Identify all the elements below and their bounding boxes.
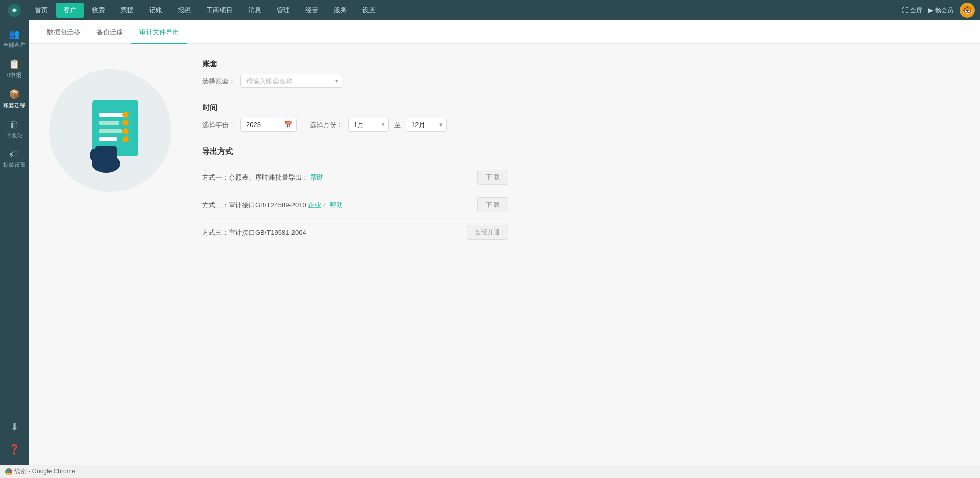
year-input-wrapper: 📅 xyxy=(240,118,297,132)
sidebar: 👥 全部客户 📋 0申报 📦 账套迁移 🗑 回收站 🏷 标签设置 ⬇ ❓ xyxy=(0,20,29,465)
nav-operation[interactable]: 经营 xyxy=(298,3,326,18)
vip-button[interactable]: ▶ 畅会员 xyxy=(928,6,953,15)
account-section: 账套 选择账套： 请输入账套名称 ▾ xyxy=(202,59,508,91)
account-section-title: 账套 xyxy=(202,59,508,69)
svg-point-9 xyxy=(122,128,129,134)
method-1-label: 方式一：余额表、序时账批量导出： 帮助 xyxy=(202,173,324,182)
top-nav-right: ⛶ 全屏 ▶ 畅会员 🐯 xyxy=(902,3,975,18)
account-migrate-icon: 📦 xyxy=(9,89,20,100)
method-row-2: 方式二：审计接口GB/T24589-2010 企业： 帮助 下 载 xyxy=(202,191,508,219)
tab-audit-export[interactable]: 审计文件导出 xyxy=(131,22,187,44)
sidebar-item-zero-declare[interactable]: 📋 0申报 xyxy=(1,55,28,83)
tab-data-package[interactable]: 数据包迁移 xyxy=(39,22,88,44)
method-1-download-button[interactable]: 下 载 xyxy=(477,170,508,185)
account-select[interactable]: 请输入账套名称 xyxy=(240,74,342,88)
method-row-1: 方式一：余额表、序时账批量导出： 帮助 下 载 xyxy=(202,164,508,191)
month-end-select[interactable]: 1月 2月 3月 4月 5月 6月 7月 8月 9月 10月 xyxy=(406,118,447,132)
sidebar-download-icon[interactable]: ⬇ xyxy=(5,418,23,436)
to-label: 至 xyxy=(394,120,401,130)
sidebar-bottom: ⬇ ❓ xyxy=(5,418,23,465)
logo xyxy=(5,1,23,19)
export-method-section: 导出方式 方式一：余额表、序时账批量导出： 帮助 下 载 方式二：审计接口GB/… xyxy=(202,147,508,246)
account-select-wrapper: 请输入账套名称 ▾ xyxy=(240,74,342,88)
sidebar-help-icon[interactable]: ❓ xyxy=(5,440,23,459)
sidebar-item-recycle[interactable]: 🗑 回收站 xyxy=(1,115,28,143)
content-area: 数据包迁移 备份迁移 审计文件导出 xyxy=(29,20,980,465)
nav-manage[interactable]: 管理 xyxy=(270,3,297,18)
time-section: 时间 选择年份： 📅 选择月份： 1月 2月 xyxy=(202,103,508,135)
export-layout: 账套 选择账套： 请输入账套名称 ▾ 时间 选择年 xyxy=(49,59,508,246)
method-3-label: 方式三：审计接口GB/T19581-2004 xyxy=(202,228,306,237)
nav-customer[interactable]: 客户 xyxy=(56,3,84,18)
nav-message[interactable]: 消息 xyxy=(241,3,268,18)
account-select-label: 选择账套： xyxy=(202,77,235,86)
statusbar-text: 线索 - Google Chrome xyxy=(14,467,75,476)
method-3-opening-button[interactable]: 暂缓开通 xyxy=(467,225,508,240)
sidebar-item-tag-settings[interactable]: 🏷 标签设置 xyxy=(1,145,28,172)
zero-declare-icon: 📋 xyxy=(9,59,20,70)
svg-point-8 xyxy=(122,120,129,126)
export-section-title: 导出方式 xyxy=(202,147,508,157)
method-2-download-button[interactable]: 下 载 xyxy=(477,197,508,212)
top-nav: 首页 客户 收费 票据 记账 报税 工商项目 消息 管理 经营 服务 设置 ⛶ … xyxy=(0,0,980,20)
form-panel: 账套 选择账套： 请输入账套名称 ▾ 时间 选择年 xyxy=(202,59,508,246)
svg-point-10 xyxy=(122,136,129,142)
svg-point-13 xyxy=(90,149,98,161)
method-2-help-link[interactable]: 帮助 xyxy=(330,201,343,209)
year-label: 选择年份： xyxy=(202,120,235,130)
chrome-status: 线索 - Google Chrome xyxy=(5,467,75,476)
chrome-icon xyxy=(5,468,12,475)
sidebar-label-account-migrate: 账套迁移 xyxy=(3,102,26,109)
main-container: 👥 全部客户 📋 0申报 📦 账套迁移 🗑 回收站 🏷 标签设置 ⬇ ❓ 数据包… xyxy=(0,20,980,465)
nav-business[interactable]: 工商项目 xyxy=(199,3,240,18)
method-2-company-link[interactable]: 企业： xyxy=(308,201,328,209)
svg-point-1 xyxy=(13,9,16,12)
avatar[interactable]: 🐯 xyxy=(960,3,975,18)
tabs-bar: 数据包迁移 备份迁移 审计文件导出 xyxy=(29,20,980,44)
svg-point-7 xyxy=(122,112,129,118)
nav-fee[interactable]: 收费 xyxy=(85,3,112,18)
nav-settings[interactable]: 设置 xyxy=(355,3,383,18)
svg-rect-4 xyxy=(99,121,119,125)
method-row-3: 方式三：审计接口GB/T19581-2004 暂缓开通 xyxy=(202,219,508,246)
month-end-wrapper: 1月 2月 3月 4月 5月 6月 7月 8月 9月 10月 xyxy=(406,118,447,132)
tag-settings-icon: 🏷 xyxy=(10,149,19,160)
nav-service[interactable]: 服务 xyxy=(327,3,354,18)
nav-bookkeeping[interactable]: 记账 xyxy=(142,3,169,18)
vip-icon: ▶ xyxy=(928,7,933,14)
fullscreen-button[interactable]: ⛶ 全屏 xyxy=(902,6,922,15)
sidebar-label-all-customers: 全部客户 xyxy=(3,42,26,48)
month-start-select[interactable]: 1月 2月 3月 4月 5月 6月 7月 8月 9月 10月 xyxy=(348,118,389,132)
nav-items: 首页 客户 收费 票据 记账 报税 工商项目 消息 管理 经营 服务 设置 xyxy=(28,3,902,18)
method-2-label: 方式二：审计接口GB/T24589-2010 企业： 帮助 xyxy=(202,200,343,210)
month-start-wrapper: 1月 2月 3月 4月 5月 6月 7月 8月 9月 10月 xyxy=(348,118,389,132)
sidebar-label-recycle: 回收站 xyxy=(6,132,23,139)
svg-rect-12 xyxy=(95,146,117,165)
time-form-row: 选择年份： 📅 选择月份： 1月 2月 3月 xyxy=(202,118,508,132)
year-input[interactable] xyxy=(240,118,297,132)
all-customers-icon: 👥 xyxy=(9,29,20,40)
sidebar-item-all-customers[interactable]: 👥 全部客户 xyxy=(1,24,28,53)
illustration xyxy=(49,69,172,192)
method-1-help-link[interactable]: 帮助 xyxy=(310,173,324,181)
month-label: 选择月份： xyxy=(310,120,343,130)
recycle-icon: 🗑 xyxy=(10,119,19,130)
sidebar-item-account-migrate[interactable]: 📦 账套迁移 xyxy=(1,85,28,113)
nav-invoice[interactable]: 票据 xyxy=(113,3,141,18)
page-content: 账套 选择账套： 请输入账套名称 ▾ 时间 选择年 xyxy=(29,44,980,465)
statusbar: 线索 - Google Chrome xyxy=(0,465,980,478)
nav-tax[interactable]: 报税 xyxy=(170,3,198,18)
fullscreen-icon: ⛶ xyxy=(902,7,908,14)
time-section-title: 时间 xyxy=(202,103,508,113)
svg-rect-3 xyxy=(99,113,125,117)
nav-home[interactable]: 首页 xyxy=(28,3,55,18)
svg-rect-5 xyxy=(99,129,122,133)
tab-backup-migrate[interactable]: 备份迁移 xyxy=(88,22,131,44)
svg-rect-6 xyxy=(99,137,117,141)
account-form-row: 选择账套： 请输入账套名称 ▾ xyxy=(202,74,508,88)
sidebar-label-zero-declare: 0申报 xyxy=(7,72,21,79)
sidebar-label-tag-settings: 标签设置 xyxy=(3,162,26,168)
